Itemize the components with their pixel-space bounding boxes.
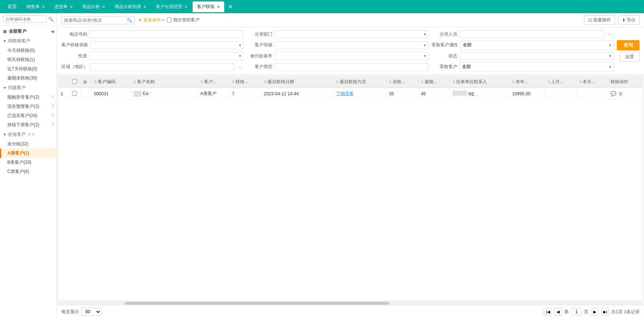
sort-icon-this-month: ⇅: [579, 80, 582, 84]
page-number-input[interactable]: [571, 308, 582, 315]
row-checkbox[interactable]: [72, 91, 77, 96]
help-icon-declining: ?: [51, 123, 54, 127]
region-dots-button[interactable]: ···: [236, 64, 244, 70]
status-select[interactable]: ▾: [459, 52, 614, 60]
filter-icon: ▼: [138, 18, 142, 23]
retail-label: 零散客户: [432, 64, 457, 70]
top-navigation: 首页 销售单 ✕ 进货单 ✕ 商品分析 ✕ 商品分析列表 ✕ 客户分层经营 ✕ …: [0, 0, 644, 13]
arrow-down-icon: ▼: [3, 39, 7, 43]
sidebar-item-churned[interactable]: 已流失客户(24) ?: [0, 111, 57, 120]
filter-row-4: 区域（地区） ··· 客户类型 零散客户 全部 ▾: [61, 62, 614, 71]
filter-cell-status: 状态 ▾: [432, 52, 614, 60]
col-action: 联络动作: [608, 76, 643, 88]
close-tab-sales-order[interactable]: ✕: [42, 5, 45, 9]
nature-select[interactable]: ▾: [89, 52, 244, 60]
scrollbar-thumb[interactable]: [125, 302, 389, 305]
tab-sales-order[interactable]: 销售单 ✕: [22, 1, 49, 12]
search-icon[interactable]: 🔍: [127, 18, 132, 23]
next-page-button[interactable]: ▶: [591, 308, 599, 316]
filter-search-input[interactable]: [64, 18, 127, 23]
filter-cell-payment: 收付款条件 ▾: [247, 52, 429, 60]
settings-button[interactable]: 设置: [620, 52, 640, 62]
sidebar-collapse-button[interactable]: ◀: [51, 29, 54, 34]
sidebar-item-class-b[interactable]: B类客户(33): [0, 158, 57, 167]
help-icon-churned: ?: [51, 114, 54, 118]
filter-my-customers[interactable]: 我分管的客户: [167, 17, 200, 23]
sidebar-search-icon[interactable]: 🔍: [48, 17, 54, 22]
sidebar-item-tomorrow-contact[interactable]: 明天待联络(1): [0, 55, 57, 64]
pagination-right: |◀ ◀ 第 页 ▶ ▶| 共1页 1条记录: [544, 308, 640, 316]
nature-label: 性质: [61, 53, 87, 59]
close-tab-product-analysis[interactable]: ✕: [102, 5, 105, 9]
sidebar-item-churn-warning[interactable]: 流失预警客户(3) ?: [0, 102, 57, 111]
region-input[interactable]: [90, 63, 234, 71]
select-all-checkbox[interactable]: [72, 79, 77, 84]
sidebar-section-pending-contact[interactable]: ▼ 待联络客户: [0, 36, 57, 46]
sidebar-section-problem-customers[interactable]: ▼ 问题客户: [0, 83, 57, 93]
sidebar-item-today-contact[interactable]: 今天待联络(0): [0, 46, 57, 55]
retail-attr-select[interactable]: 全部 ▾: [460, 40, 614, 50]
tab-product-analysis[interactable]: 商品分析 ✕: [78, 1, 110, 12]
tab-customer-segment[interactable]: 客户分层经营 ✕: [151, 1, 192, 12]
close-tab-product-analysis-list[interactable]: ✕: [143, 5, 146, 9]
message-icon[interactable]: 💬: [611, 91, 616, 96]
nav-home[interactable]: 首页: [3, 1, 21, 12]
sidebar-section-value-customers[interactable]: ▼ 价值客户 ↺ ✎: [0, 130, 57, 139]
sidebar-item-7day-contact[interactable]: 近7天待联络(0): [0, 64, 57, 74]
chevron-down-icon-nature: ▾: [239, 53, 241, 59]
name-avatar: [133, 91, 142, 97]
col-last-contact-method: ⇅最后联络方式: [334, 76, 387, 88]
sort-icon-unit: ⇅: [452, 80, 455, 84]
retail-select[interactable]: 全部 ▾: [459, 62, 614, 71]
sidebar-item-hoarding-customers[interactable]: 囤购异常客户(2) ?: [0, 93, 57, 102]
manager-dots-button[interactable]: ···: [607, 31, 614, 37]
sidebar-item-class-a[interactable]: A类客户(1): [0, 149, 57, 158]
close-tab-purchase-order[interactable]: ✕: [70, 5, 73, 9]
edit-icon[interactable]: ✎: [32, 132, 35, 137]
col-this-month: ⇅本月...: [577, 76, 608, 88]
filter-more-button[interactable]: ▼ 更多条件 ▾: [138, 17, 164, 23]
first-page-button[interactable]: |◀: [544, 308, 552, 316]
last-page-button[interactable]: ▶|: [601, 308, 609, 316]
qr-icon[interactable]: ⊞: [619, 91, 623, 96]
tab-customer-contact[interactable]: 客户联络 ✕: [193, 1, 224, 12]
customer-type-input[interactable]: [275, 63, 429, 71]
dept-select[interactable]: ▾: [275, 30, 429, 38]
manager-label: 分管人员: [432, 31, 457, 38]
sidebar-item-unclassified[interactable]: 未分组(32): [0, 139, 57, 149]
cell-row-settings: [80, 88, 92, 100]
filter-cell-customer-level: 客户等级 ▾: [247, 41, 429, 49]
help-icon-hoarding: ?: [51, 95, 54, 99]
my-customers-checkbox[interactable]: [167, 18, 172, 22]
payment-select[interactable]: ▾: [275, 52, 429, 60]
page-size-select[interactable]: 50 100 200: [81, 308, 101, 316]
sidebar-item-declining[interactable]: 持续下滑客户(2) ?: [0, 120, 57, 130]
close-tab-customer-segment[interactable]: ✕: [185, 5, 187, 9]
manager-input[interactable]: [459, 30, 604, 38]
tab-product-analysis-list[interactable]: 商品分析列表 ✕: [110, 1, 151, 12]
batch-operation-button[interactable]: ☑ 批量操作: [584, 15, 615, 25]
prev-page-button[interactable]: ◀: [554, 308, 562, 316]
sidebar-search-input[interactable]: [3, 15, 47, 23]
refresh-icon[interactable]: ↺: [27, 132, 31, 137]
data-table-container: ⚙ ⇅客户编码 ⇅客户名称 ⇅客户... ⇅联络...: [58, 76, 643, 300]
sort-icon-name: ⇅: [133, 80, 136, 84]
window-close-button[interactable]: ✕: [225, 2, 236, 12]
sidebar-item-overdue-contact[interactable]: 逾期未联络(30): [0, 74, 57, 83]
sidebar-item-class-c[interactable]: C类客户(6): [0, 167, 57, 176]
horizontal-scrollbar[interactable]: [58, 301, 643, 305]
col-settings[interactable]: ⚙: [80, 76, 92, 88]
dept-label: 分管部门: [247, 31, 272, 38]
filter-row-3: 性质 ▾ 收付款条件 ▾: [61, 52, 614, 60]
arrow-down-icon-2: ▼: [3, 86, 7, 90]
export-button[interactable]: ⬆ 导出: [618, 15, 640, 25]
tab-purchase-order[interactable]: 进货单 ✕: [50, 1, 77, 12]
payment-label: 收付款条件: [247, 53, 272, 59]
close-tab-customer-contact[interactable]: ✕: [217, 5, 220, 9]
price-level-select[interactable]: ▾: [90, 41, 244, 49]
last-method-link[interactable]: 下销货单: [336, 91, 354, 96]
query-button[interactable]: 查询: [617, 40, 640, 50]
main-layout: 🔍 ⊞ 全部客户 ◀ ▼ 待联络客户 今天待联络(0) 明天待联络(1) 近7天…: [0, 13, 644, 318]
customer-level-select[interactable]: ▾: [275, 41, 429, 49]
phone-input[interactable]: [89, 30, 244, 38]
